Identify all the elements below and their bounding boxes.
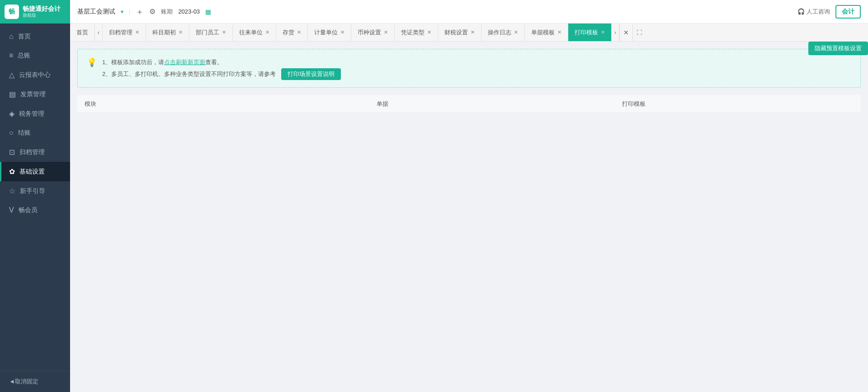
scene-settings-button[interactable]: 打印场景设置说明: [281, 68, 341, 80]
company-dropdown-icon[interactable]: ▾: [121, 9, 123, 15]
help-label: 人工咨询: [807, 8, 830, 16]
company-settings-button[interactable]: ⚙: [149, 7, 156, 16]
tab-inventory[interactable]: 存货 ✕: [276, 24, 308, 42]
tab-nav-right[interactable]: ›: [612, 24, 619, 42]
info-box: 💡 1、模板添加成功后，请点击刷新新页面查看。 2、多员工、多打印机、多种业务类…: [77, 49, 861, 88]
tab-close-currency[interactable]: ✕: [384, 29, 388, 35]
tab-unit[interactable]: 计量单位 ✕: [308, 24, 351, 42]
unpin-label: ◄取消固定: [9, 378, 38, 386]
sidebar-item-checkout[interactable]: ○ 结账: [0, 123, 70, 142]
tab-close-subject[interactable]: ✕: [179, 29, 183, 35]
sidebar-label-member: 畅会员: [19, 206, 38, 214]
tab-close-oplog[interactable]: ✕: [514, 29, 518, 35]
tax-icon: ◈: [9, 109, 14, 118]
tab-close-dept[interactable]: ✕: [222, 29, 226, 35]
calendar-icon[interactable]: ▦: [205, 8, 211, 15]
logo-edition: 旗舰版: [23, 12, 61, 19]
tab-close-all[interactable]: ✕: [619, 24, 632, 42]
reports-icon: △: [9, 71, 14, 79]
info-line-2: 2、多员工、多打印机、多种业务类型设置不同打印方案等，请参考 打印场景设置说明: [102, 68, 851, 80]
kuaiji-button[interactable]: 会计: [835, 5, 861, 19]
tab-dept-staff[interactable]: 部门员工 ✕: [189, 24, 233, 42]
guide-icon: ☆: [9, 187, 15, 195]
company-name: 基层工会测试: [77, 8, 115, 16]
ledger-icon: ≡: [9, 52, 13, 60]
period-value: 2023-03: [178, 8, 200, 15]
tab-home-label: 首页: [76, 28, 88, 37]
sidebar-label-guide: 新手引导: [20, 187, 45, 195]
main-content: 基层工会测试 ▾ | ＋ ⚙ 账期 2023-03 ▦ 🎧 人工咨询 会计 首页…: [70, 0, 868, 392]
sidebar-item-guide[interactable]: ☆ 新手引导: [0, 181, 70, 201]
sidebar-item-tax[interactable]: ◈ 税务管理: [0, 104, 70, 123]
tab-suppliers[interactable]: 往来单位 ✕: [233, 24, 276, 42]
refresh-link[interactable]: 点击刷新新页面: [164, 59, 205, 66]
settings-icon: ✿: [9, 167, 15, 176]
tab-archive-mgmt[interactable]: 归档管理 ✕: [103, 24, 146, 42]
tab-close-archive[interactable]: ✕: [135, 29, 139, 35]
sidebar-item-reports[interactable]: △ 云报表中心: [0, 65, 70, 85]
page-area: 隐藏预置模板设置 💡 1、模板添加成功后，请点击刷新新页面查看。 2、多员工、多…: [70, 42, 868, 392]
tab-home[interactable]: 首页: [70, 24, 95, 42]
sidebar-label-home: 首页: [18, 33, 31, 41]
tab-currency[interactable]: 币种设置 ✕: [351, 24, 395, 42]
tab-print-template[interactable]: 打印模板 ✕: [568, 24, 612, 42]
info-content: 1、模板添加成功后，请点击刷新新页面查看。 2、多员工、多打印机、多种业务类型设…: [102, 57, 851, 80]
sidebar-item-archive[interactable]: ⊡ 归档管理: [0, 142, 70, 162]
invoice-icon: ▤: [9, 90, 16, 99]
sidebar-label-checkout: 结账: [18, 129, 31, 137]
top-bar-right: 🎧 人工咨询 会计: [797, 5, 861, 19]
member-icon: V: [9, 206, 14, 214]
tab-close-single[interactable]: ✕: [557, 29, 561, 35]
sidebar-item-home[interactable]: ⌂ 首页: [0, 27, 70, 46]
col-module: 模块: [77, 100, 369, 108]
lightbulb-icon: 💡: [87, 57, 97, 67]
hide-preset-button[interactable]: 隐藏预置模板设置: [808, 42, 868, 55]
tab-op-log[interactable]: 操作日志 ✕: [481, 24, 525, 42]
checkout-icon: ○: [9, 129, 14, 137]
tab-fullscreen[interactable]: ⛶: [632, 24, 646, 42]
tab-voucher-type[interactable]: 凭证类型 ✕: [395, 24, 438, 42]
tab-nav-left[interactable]: ‹: [95, 24, 103, 42]
top-bar: 基层工会测试 ▾ | ＋ ⚙ 账期 2023-03 ▦ 🎧 人工咨询 会计: [70, 0, 868, 24]
tab-close-unit[interactable]: ✕: [340, 29, 344, 35]
tab-close-print[interactable]: ✕: [601, 29, 605, 35]
col-document: 单据: [369, 100, 615, 108]
tab-bar: 首页 ‹ 归档管理 ✕ 科目期初 ✕ 部门员工 ✕ 往来单位 ✕ 存货 ✕ 计量…: [70, 24, 868, 42]
tab-close-voucher[interactable]: ✕: [427, 29, 431, 35]
sidebar-unpin[interactable]: ◄取消固定: [0, 371, 70, 392]
sidebar-logo: 畅 畅捷通好会计 旗舰版: [0, 0, 70, 24]
data-table: 模块 单据 打印模板: [77, 95, 861, 113]
sidebar-label-settings: 基础设置: [19, 168, 45, 176]
sidebar-item-invoice[interactable]: ▤ 发票管理: [0, 85, 70, 104]
tab-close-tax[interactable]: ✕: [471, 29, 475, 35]
sidebar: 畅 畅捷通好会计 旗舰版 ⌂ 首页 ≡ 总账 △ 云报表中心 ▤ 发票管理 ◈ …: [0, 0, 70, 392]
table-header: 模块 单据 打印模板: [77, 95, 861, 113]
period-label: 账期: [161, 8, 173, 16]
archive-icon: ⊡: [9, 148, 15, 156]
add-company-button[interactable]: ＋: [136, 6, 144, 17]
logo-name: 畅捷通好会计: [23, 5, 61, 13]
sidebar-label-ledger: 总账: [18, 52, 30, 60]
logo-icon: 畅: [5, 5, 19, 19]
home-icon: ⌂: [9, 33, 14, 41]
sidebar-item-member[interactable]: V 畅会员: [0, 201, 70, 220]
sidebar-label-reports: 云报表中心: [19, 71, 51, 79]
headset-icon: 🎧: [797, 8, 805, 15]
col-template: 打印模板: [615, 100, 861, 108]
info-line-1: 1、模板添加成功后，请点击刷新新页面查看。: [102, 57, 851, 68]
tab-subject-init[interactable]: 科目期初 ✕: [146, 24, 189, 42]
tab-tax-settings[interactable]: 财税设置 ✕: [438, 24, 481, 42]
tab-single-template[interactable]: 单据模板 ✕: [525, 24, 568, 42]
tab-close-inventory[interactable]: ✕: [297, 29, 301, 35]
sidebar-nav: ⌂ 首页 ≡ 总账 △ 云报表中心 ▤ 发票管理 ◈ 税务管理 ○ 结账 ⊡ 归…: [0, 24, 70, 371]
kuaiji-label: 会计: [842, 8, 854, 15]
sidebar-item-settings[interactable]: ✿ 基础设置: [0, 162, 70, 181]
sidebar-label-invoice: 发票管理: [20, 90, 46, 99]
sidebar-item-ledger[interactable]: ≡ 总账: [0, 46, 70, 65]
sidebar-label-archive: 归档管理: [19, 148, 45, 156]
tab-close-suppliers[interactable]: ✕: [265, 29, 269, 35]
help-button[interactable]: 🎧 人工咨询: [797, 8, 830, 16]
sidebar-label-tax: 税务管理: [19, 110, 44, 118]
